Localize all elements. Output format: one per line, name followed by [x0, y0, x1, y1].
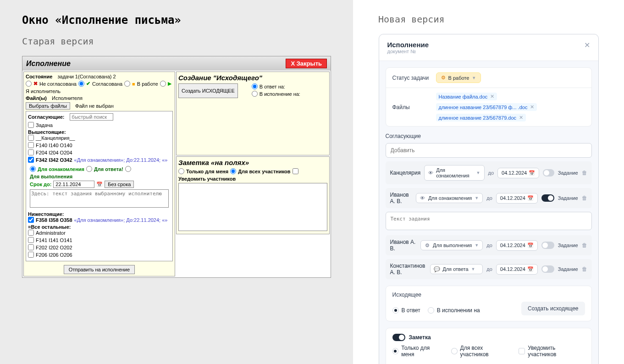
close-button[interactable]: X Закрыть [286, 59, 327, 68]
calendar-icon: 📅 [527, 266, 534, 272]
radio-in-work[interactable] [124, 81, 130, 87]
new-window: Исполнение документ № ✕ Статус задачи ⚙ … [379, 34, 599, 364]
radio-in-exec[interactable]: В исполнении на [428, 307, 480, 314]
file-chip[interactable]: Название файла.doc✕ [436, 93, 497, 100]
type-dropdown[interactable]: 👁Для ознакомления▼ [424, 165, 484, 181]
status-dropdown[interactable]: ⚙ В работе ▼ [436, 72, 481, 83]
create-outgoing-button[interactable]: Создать ИСХОДЯЩЕЕ [178, 83, 238, 98]
approver-row: Иванов А. В. ⚙Для выполнения▼ до 04.12.2… [386, 235, 592, 255]
chevron-down-icon: ▼ [472, 76, 476, 80]
calendar-icon: 📅 [529, 170, 535, 176]
task-toggle[interactable] [541, 242, 554, 249]
eye-icon: 👁 [428, 170, 433, 176]
radio-only-me[interactable] [178, 168, 184, 174]
radio-for-all[interactable] [230, 168, 236, 174]
radio-executor[interactable] [160, 81, 166, 87]
note-textarea[interactable] [178, 183, 327, 231]
check-icon: ✔ [86, 81, 90, 87]
x-icon: ✖ [33, 81, 38, 87]
trash-icon[interactable]: 🗑 [582, 195, 587, 201]
send-button[interactable]: Отправить на исполнение [64, 265, 135, 274]
radio-acquaint[interactable] [30, 166, 36, 172]
state-label: Состояние [26, 74, 52, 79]
radio-in-reply[interactable]: В ответ [392, 307, 420, 314]
calendar-icon: 📅 [527, 195, 534, 201]
type-dropdown[interactable]: ⚙Для выполнения▼ [420, 240, 483, 250]
calendar-icon[interactable]: 📅 [96, 182, 103, 188]
no-deadline-button[interactable]: Без срока [105, 181, 134, 188]
date-picker[interactable]: 04.12.2024📅 [497, 168, 539, 178]
notify-checkbox[interactable]: Уведомить участников [519, 345, 585, 358]
date-picker[interactable]: 04.12.2024📅 [496, 264, 538, 275]
task-toggle[interactable] [541, 194, 554, 202]
radio-in-reply[interactable] [252, 83, 258, 89]
radio-not-approved[interactable] [26, 81, 32, 87]
date-picker[interactable]: 04.12.2024📅 [496, 240, 538, 251]
old-window-title: Исполнение [26, 60, 71, 68]
trash-icon[interactable]: 🗑 [582, 170, 587, 176]
old-window: Исполнение X Закрыть Состояние задачи 1(… [22, 56, 331, 278]
note-toggle[interactable] [392, 334, 405, 341]
type-dropdown[interactable]: 💬Для ответа▼ [430, 264, 483, 274]
radio-approved[interactable] [78, 81, 84, 87]
remove-icon[interactable]: ✕ [530, 104, 534, 110]
file-chip[interactable]: длинное название 23/567879 ф... .doc✕ [436, 103, 537, 111]
task-toggle[interactable] [541, 265, 554, 273]
eye-icon: 👁 [420, 195, 425, 201]
add-approver-input[interactable] [386, 143, 592, 158]
search-input[interactable] [70, 113, 113, 121]
old-version-label: Старая версия [22, 36, 331, 47]
radio-execute[interactable] [125, 166, 131, 172]
remove-icon[interactable]: ✕ [490, 94, 494, 99]
task-checkbox[interactable] [28, 122, 34, 128]
file-chip[interactable]: длинное название 23/567879.doc✕ [436, 114, 526, 121]
gear-icon: ⚙ [441, 75, 446, 81]
calendar-icon: 📅 [527, 243, 534, 248]
page-title: Окно «Исполнение письма» [22, 14, 331, 27]
gear-icon: ⚙ [425, 243, 430, 248]
type-dropdown[interactable]: 👁Для ознакомления▼ [416, 193, 483, 203]
task-text-input[interactable] [386, 212, 592, 230]
radio-in-exec[interactable] [252, 91, 258, 97]
task-text-input[interactable] [30, 189, 169, 208]
approver-row: Константинов А. В. 💬Для ответа▼ до 04.12… [386, 259, 592, 279]
notify-checkbox[interactable] [293, 168, 298, 174]
chat-icon: 💬 [434, 266, 440, 272]
approver-row: Иванов А. В. 👁Для ознакомления▼ до 04.12… [386, 188, 592, 208]
radio-only-me[interactable]: Только для меня [392, 345, 444, 358]
radio-for-all[interactable]: Для всех участников [451, 345, 513, 358]
date-picker[interactable]: 04.12.2024📅 [496, 193, 538, 204]
task-toggle[interactable] [543, 169, 554, 176]
new-version-label: Новая версия [378, 14, 624, 25]
remove-icon[interactable]: ✕ [519, 115, 523, 121]
radio-reply[interactable] [86, 166, 92, 172]
create-outgoing-button[interactable]: Создать исходящее [521, 302, 585, 315]
new-subtitle: документ № [387, 49, 429, 54]
date-input[interactable] [53, 181, 94, 188]
square-icon: ■ [132, 81, 135, 87]
trash-icon[interactable]: 🗑 [582, 266, 587, 272]
trash-icon[interactable]: 🗑 [582, 242, 587, 248]
arrow-icon: ▶ [168, 81, 171, 87]
choose-files-button[interactable]: Выбрать файлы [26, 102, 70, 110]
close-icon[interactable]: ✕ [584, 41, 590, 50]
new-window-title: Исполнение [387, 41, 429, 49]
approver-row: Канцелярия 👁Для ознакомления▼ до 04.12.2… [386, 161, 592, 184]
